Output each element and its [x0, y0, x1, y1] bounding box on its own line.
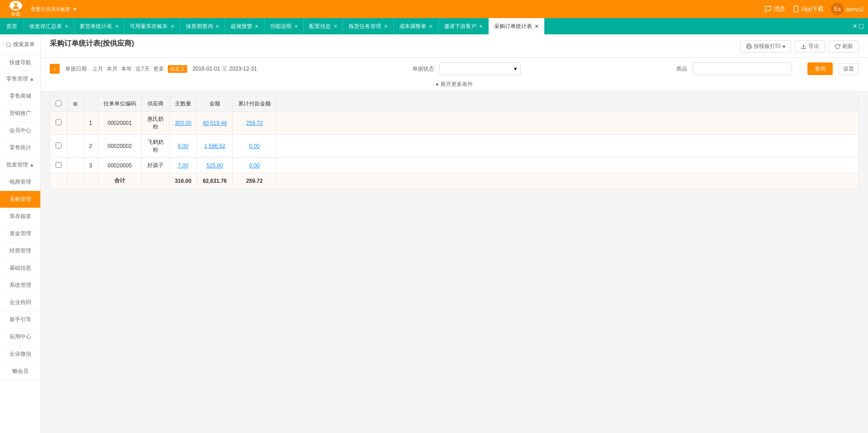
workspace-selector[interactable]: 母婴行业演示账套 ▼	[31, 6, 77, 13]
footer-amount: 62,631.76	[197, 173, 232, 189]
tab-close-shoufajuHuizong[interactable]: ×	[65, 23, 68, 29]
main-layout: 搜索菜单 快捷导航 零售管理▲零售商城营销推广会员中心零售统计批发管理▲电商管理…	[0, 34, 868, 433]
sidebar-item-label-jiichuixnxi: 基础信息	[9, 264, 31, 272]
shortcut-more[interactable]: 更多	[153, 65, 164, 73]
nav-tabs: 首页收发存汇总表×要货单统计表×可用量库存账本×保质期查询×超储预警×功能说明×…	[0, 18, 868, 34]
nav-tab-caigouTongji[interactable]: 采购订单统计表×	[489, 18, 544, 34]
row-quantity-link[interactable]: 6.00	[178, 143, 188, 149]
row-num: 3	[84, 158, 98, 173]
sidebar-item-label-lingshougaunli: 零售管理	[6, 75, 28, 83]
nav-tab-home[interactable]: 首页	[0, 18, 24, 34]
sidebar-item-yingxiaotuiguang[interactable]: 营销推广	[0, 105, 40, 122]
nav-tab-label-caigouTongji: 采购订单统计表	[494, 23, 532, 30]
nav-tab-yaoqing[interactable]: 邀请下游客户×	[439, 18, 489, 34]
row-amount-link[interactable]: 1,586.52	[204, 143, 226, 149]
row-checkbox[interactable]	[50, 112, 67, 135]
row-quantity-link[interactable]: 7.00	[178, 162, 188, 169]
sidebar-item-changhuyuan[interactable]: 畅会员	[0, 363, 40, 380]
sidebar-item-qiyexietong[interactable]: 企业协同	[0, 294, 40, 311]
sidebar-item-pifaguanli[interactable]: 批发管理▲	[0, 157, 40, 174]
sidebar-item-jingiyingguanli[interactable]: 经营管理	[0, 243, 40, 260]
sidebar-item-zijinguanli[interactable]: 资金管理	[0, 225, 40, 243]
nav-tab-shoufajuHuizong[interactable]: 收发存汇总表×	[24, 18, 74, 34]
shortcut-this-month[interactable]: 本月	[107, 65, 118, 73]
tab-close-chaochu[interactable]: ×	[255, 23, 259, 29]
sidebar-item-dianshaogaunli[interactable]: 电商管理	[0, 174, 40, 191]
user-avatar[interactable]: Ea demo2	[831, 3, 863, 15]
filter-section: › 单据日期 上月 本月 本年 近7天 更多 自定义 2016-01-01 至 …	[41, 58, 868, 91]
sidebar-item-huiyuanzhongxin[interactable]: 会员中心	[0, 122, 40, 139]
select-all-checkbox[interactable]	[56, 100, 61, 106]
tab-close-peizhi[interactable]: ×	[334, 23, 337, 29]
th-gear[interactable]: ⚙	[67, 96, 84, 112]
row-gear	[67, 158, 84, 173]
sidebar-item-caigouguanli[interactable]: 采购管理	[0, 191, 40, 208]
nav-tab-chaochu[interactable]: 超储预警×	[225, 18, 264, 34]
print-btn[interactable]: 按模板打印 ▾	[740, 40, 791, 52]
svg-rect-1	[794, 6, 798, 12]
tab-close-caigouTongji[interactable]: ×	[535, 23, 538, 29]
nav-tab-gongneng[interactable]: 功能说明×	[264, 18, 304, 34]
row-amount: 525.80	[197, 158, 232, 173]
row-amount-link[interactable]: 60,519.44	[203, 120, 226, 126]
row-checkbox-input[interactable]	[56, 119, 61, 125]
sidebar-item-qiyeweixin[interactable]: 企业微信	[0, 346, 40, 363]
row-quantity-link[interactable]: 303.00	[175, 120, 192, 126]
quick-nav-btn[interactable]: 快捷导航	[0, 55, 40, 71]
nav-tab-yaohuoDanTongji[interactable]: 要货单统计表×	[74, 18, 124, 34]
row-amount-link[interactable]: 525.80	[207, 162, 223, 169]
sidebar-item-label-lingshoutonji: 零售统计	[9, 144, 31, 152]
row-checkbox[interactable]	[50, 158, 67, 173]
table-row[interactable]: 300020005好孩子7.00525.800.00	[50, 158, 859, 173]
tab-close-chengben[interactable]: ×	[429, 23, 433, 29]
sidebar-item-lingshoushanghceng[interactable]: 零售商城	[0, 88, 40, 105]
query-btn[interactable]: 查询	[807, 62, 833, 75]
row-paid-link[interactable]: 259.72	[246, 120, 263, 126]
settings-btn[interactable]: 设置	[838, 63, 859, 75]
tab-close-yaoqing[interactable]: ×	[479, 23, 483, 29]
sidebar-item-jiichuixnxi[interactable]: 基础信息	[0, 260, 40, 277]
shortcut-last-month[interactable]: 上月	[92, 65, 103, 73]
search-menu-btn[interactable]: 搜索菜单	[4, 39, 37, 50]
row-checkbox-input[interactable]	[56, 162, 61, 168]
row-checkbox-input[interactable]	[56, 143, 61, 148]
refresh-btn[interactable]: 刷新	[829, 40, 859, 52]
row-paid-link[interactable]: 0.00	[249, 143, 259, 149]
sidebar-item-yingyongzhongxin[interactable]: 应用中心	[0, 328, 40, 346]
goods-input[interactable]	[693, 62, 792, 75]
sidebar-item-lingshoutonji[interactable]: 零售统计	[0, 139, 40, 157]
tab-close-yaohuoDanTongji[interactable]: ×	[115, 23, 118, 29]
sidebar-item-xinshouyindao[interactable]: 新手引导	[0, 311, 40, 328]
sidebar: 搜索菜单 快捷导航 零售管理▲零售商城营销推广会员中心零售统计批发管理▲电商管理…	[0, 34, 41, 433]
nav-tab-keyongLiangKucun[interactable]: 可用量库存账本×	[124, 18, 180, 34]
tab-close-keyongLiangKucun[interactable]: ×	[170, 23, 174, 29]
tab-close-gongneng[interactable]: ×	[294, 23, 298, 29]
table-row[interactable]: 100020001惠氏奶粉303.0060,519.44259.72	[50, 112, 859, 135]
shortcut-this-year[interactable]: 本年	[121, 65, 132, 73]
nav-tab-baozhi[interactable]: 保质期查询×	[180, 18, 225, 34]
row-checkbox[interactable]	[50, 135, 67, 158]
tab-close-baozhi[interactable]: ×	[216, 23, 219, 29]
shortcut-7-days[interactable]: 近7天	[136, 65, 150, 73]
window-close-btn[interactable]: × □	[849, 18, 868, 34]
toggle-filter-btn[interactable]: ›	[50, 64, 60, 74]
sidebar-item-kucunhejia[interactable]: 库存核算	[0, 208, 40, 225]
table-row[interactable]: 200020002飞鹤奶粉6.001,586.520.00	[50, 135, 859, 158]
status-select[interactable]: ▾	[439, 62, 521, 75]
tab-close-tuohuoRenwu[interactable]: ×	[384, 23, 387, 29]
sidebar-item-lingshougaunli[interactable]: 零售管理▲	[0, 71, 40, 88]
export-btn[interactable]: 导出	[795, 40, 825, 52]
th-checkbox	[50, 96, 67, 112]
nav-tab-peizhi[interactable]: 配置信息×	[304, 18, 343, 34]
more-icon[interactable]: ···	[797, 66, 802, 72]
message-btn[interactable]: 消息	[764, 5, 785, 13]
top-bar-left: 标题 母婴行业演示账套 ▼	[5, 1, 77, 17]
row-paid-link[interactable]: 0.00	[249, 162, 259, 169]
row-quantity: 303.00	[169, 112, 197, 135]
nav-tab-chengben[interactable]: 成本调整单×	[394, 18, 439, 34]
nav-tab-tuohuoRenwu[interactable]: 拣货任务管理×	[343, 18, 393, 34]
sidebar-item-xitonggaunli[interactable]: 系统管理	[0, 277, 40, 294]
app-download-btn[interactable]: App下载	[793, 5, 824, 13]
sidebar-item-label-qiyexietong: 企业协同	[9, 299, 31, 306]
expand-more-btn[interactable]: ▾ 展开更多条件	[436, 81, 473, 88]
